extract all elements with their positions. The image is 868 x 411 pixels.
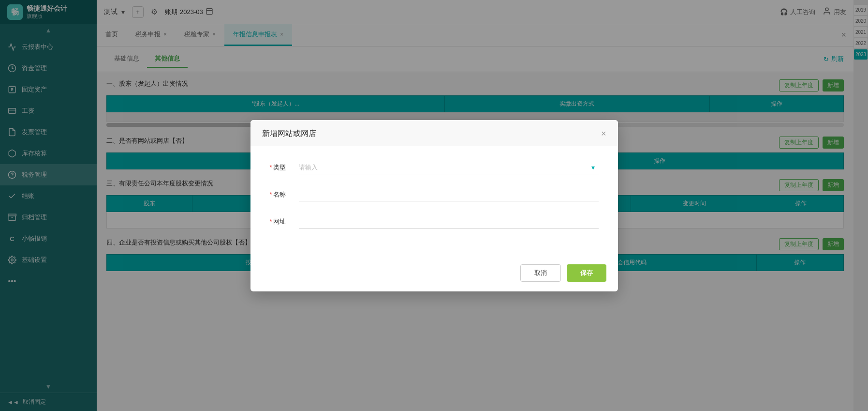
type-input-wrapper: ▾ [299, 161, 599, 174]
name-input[interactable] [299, 188, 599, 201]
url-input-wrapper [299, 215, 599, 228]
form-field-type: *类型 ▾ [270, 161, 599, 174]
add-website-modal: 新增网站或网店 × *类型 ▾ *名称 [250, 120, 618, 291]
modal-body: *类型 ▾ *名称 *网址 [250, 146, 618, 257]
name-required-marker: * [270, 191, 272, 198]
modal-header: 新增网站或网店 × [250, 120, 618, 146]
name-input-wrapper [299, 188, 599, 201]
type-required-marker: * [270, 164, 272, 171]
save-button[interactable]: 保存 [567, 264, 606, 282]
url-required-marker: * [270, 218, 272, 225]
form-field-name: *名称 [270, 188, 599, 201]
form-field-url: *网址 [270, 215, 599, 228]
type-input[interactable] [299, 161, 599, 174]
modal-close-button[interactable]: × [601, 129, 606, 139]
type-label: *类型 [270, 163, 299, 172]
url-label: *网址 [270, 217, 299, 226]
modal-footer: 取消 保存 [250, 257, 618, 291]
modal-title: 新增网站或网店 [262, 129, 316, 139]
cancel-button[interactable]: 取消 [520, 264, 561, 282]
url-input[interactable] [299, 215, 599, 228]
modal-overlay: 新增网站或网店 × *类型 ▾ *名称 [0, 0, 868, 411]
name-label: *名称 [270, 190, 299, 199]
